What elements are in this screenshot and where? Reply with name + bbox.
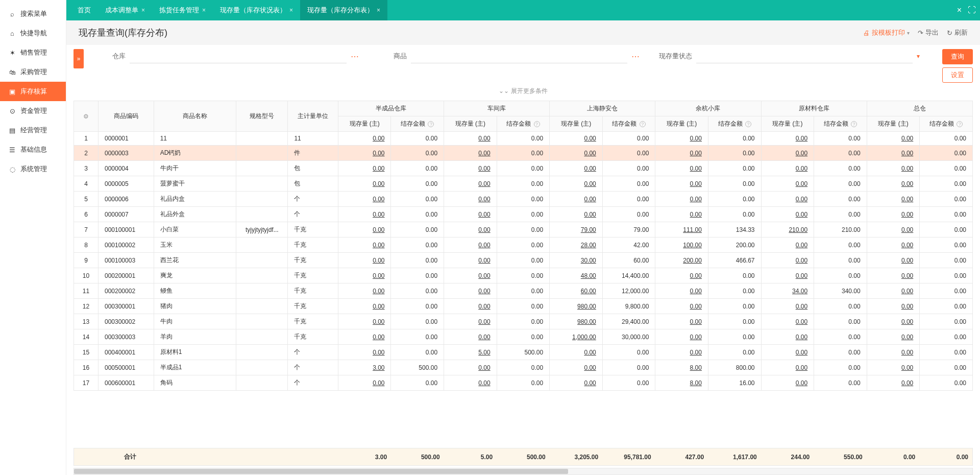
tab[interactable]: 现存量（库存状况表）× [213, 0, 300, 20]
export-button[interactable]: ↷ 导出 [918, 28, 939, 37]
close-icon[interactable]: × [141, 7, 145, 14]
cell-qty[interactable]: 0.00 [338, 268, 391, 283]
table-row[interactable]: 16 000500001 半成品1 个3.00500.000.000.000.0… [74, 360, 973, 375]
help-icon[interactable]: ? [428, 121, 434, 127]
cell-qty[interactable]: 0.00 [338, 299, 391, 314]
cell-qty[interactable]: 3.00 [338, 360, 391, 375]
chevron-down-icon[interactable]: ▾ [917, 53, 920, 60]
cell-qty[interactable]: 0.00 [655, 283, 708, 299]
table-row[interactable]: 3 0000004 牛肉干 包0.000.000.000.000.000.000… [74, 161, 973, 176]
cell-qty[interactable]: 0.00 [444, 253, 497, 268]
cell-qty[interactable]: 8.00 [655, 360, 708, 375]
cell-qty[interactable]: 0.00 [550, 161, 603, 176]
cell-qty[interactable]: 980.00 [550, 299, 603, 314]
cell-qty[interactable]: 111.00 [655, 222, 708, 238]
query-button[interactable]: 查询 [942, 49, 973, 64]
cell-qty[interactable]: 0.00 [444, 329, 497, 345]
cell-qty[interactable]: 0.00 [761, 161, 814, 176]
cell-qty[interactable]: 0.00 [338, 329, 391, 345]
cell-qty[interactable]: 0.00 [761, 238, 814, 253]
cell-qty[interactable]: 0.00 [761, 253, 814, 268]
table-row[interactable]: 10 000200001 爽龙 千克0.000.000.000.0048.001… [74, 268, 973, 283]
cell-qty[interactable]: 0.00 [867, 238, 920, 253]
cell-qty[interactable]: 0.00 [338, 176, 391, 192]
cell-qty[interactable]: 0.00 [338, 161, 391, 176]
cell-qty[interactable]: 0.00 [444, 176, 497, 192]
table-row[interactable]: 9 000100003 西兰花 千克0.000.000.000.0030.006… [74, 253, 973, 268]
cell-qty[interactable]: 980.00 [550, 314, 603, 329]
cell-qty[interactable]: 0.00 [867, 192, 920, 207]
sidebar-item[interactable]: ☰基础信息 [0, 140, 66, 159]
cell-qty[interactable]: 0.00 [655, 329, 708, 345]
warehouse-input[interactable] [130, 49, 347, 63]
cell-qty[interactable]: 0.00 [655, 176, 708, 192]
sidebar-item[interactable]: ▤经营管理 [0, 121, 66, 140]
table-row[interactable]: 11 000200002 鳗鱼 千克0.000.000.000.0060.001… [74, 283, 973, 299]
cell-qty[interactable]: 30.00 [550, 253, 603, 268]
cell-qty[interactable]: 0.00 [444, 314, 497, 329]
cell-qty[interactable]: 1,000.00 [550, 329, 603, 345]
cell-qty[interactable]: 0.00 [338, 222, 391, 238]
cell-qty[interactable]: 0.00 [867, 268, 920, 283]
cell-qty[interactable]: 0.00 [867, 314, 920, 329]
cell-qty[interactable]: 0.00 [444, 268, 497, 283]
sidebar-item[interactable]: ✶销售管理 [0, 43, 66, 62]
cell-qty[interactable]: 100.00 [655, 238, 708, 253]
help-icon[interactable]: ? [534, 121, 540, 127]
cell-qty[interactable]: 0.00 [550, 132, 603, 146]
cell-qty[interactable]: 0.00 [867, 375, 920, 391]
cell-qty[interactable]: 0.00 [444, 360, 497, 375]
cell-qty[interactable]: 200.00 [655, 253, 708, 268]
tab[interactable]: 拣货任务管理× [152, 0, 213, 20]
cell-qty[interactable]: 0.00 [444, 207, 497, 222]
picker-icon[interactable]: ⋯ [351, 52, 358, 61]
settings-button[interactable]: 设置 [942, 67, 973, 83]
cell-qty[interactable]: 0.00 [444, 192, 497, 207]
table-row[interactable]: 15 000400001 原材料1 个0.000.005.00500.000.0… [74, 345, 973, 360]
cell-qty[interactable]: 48.00 [550, 268, 603, 283]
stock-status-input[interactable] [696, 49, 913, 63]
tab[interactable]: 成本调整单× [98, 0, 152, 20]
cell-qty[interactable]: 0.00 [867, 146, 920, 161]
help-icon[interactable]: ? [851, 121, 857, 127]
cell-qty[interactable]: 0.00 [550, 375, 603, 391]
picker-icon[interactable]: ⋯ [631, 52, 639, 61]
fullscreen-icon[interactable]: ⛶ [968, 6, 976, 15]
cell-qty[interactable]: 0.00 [867, 132, 920, 146]
cell-qty[interactable]: 0.00 [444, 283, 497, 299]
table-row[interactable]: 1 0000001 11 110.000.000.000.000.000.000… [74, 132, 973, 146]
cell-qty[interactable]: 0.00 [655, 207, 708, 222]
cell-qty[interactable]: 0.00 [338, 238, 391, 253]
cell-qty[interactable]: 0.00 [867, 161, 920, 176]
horizontal-scrollbar[interactable] [74, 468, 973, 475]
table-row[interactable]: 13 000300002 牛肉 千克0.000.000.000.00980.00… [74, 314, 973, 329]
cell-qty[interactable]: 0.00 [867, 283, 920, 299]
help-icon[interactable]: ? [957, 121, 963, 127]
cell-qty[interactable]: 0.00 [338, 253, 391, 268]
close-icon[interactable]: × [957, 6, 962, 15]
tab[interactable]: 首页 [70, 0, 98, 20]
table-row[interactable]: 17 000600001 角码 个0.000.000.000.000.000.0… [74, 375, 973, 391]
cell-qty[interactable]: 0.00 [444, 238, 497, 253]
sidebar-item[interactable]: ▣库存核算 [0, 82, 66, 101]
cell-qty[interactable]: 0.00 [867, 360, 920, 375]
cell-qty[interactable]: 0.00 [761, 345, 814, 360]
cell-qty[interactable]: 0.00 [550, 192, 603, 207]
cell-qty[interactable]: 28.00 [550, 238, 603, 253]
cell-qty[interactable]: 0.00 [550, 360, 603, 375]
table-row[interactable]: 14 000300003 羊肉 千克0.000.000.000.001,000.… [74, 329, 973, 345]
scrollbar-thumb[interactable] [74, 469, 568, 474]
table-row[interactable]: 5 0000006 礼品内盒 个0.000.000.000.000.000.00… [74, 192, 973, 207]
cell-qty[interactable]: 0.00 [761, 146, 814, 161]
sidebar-item[interactable]: ⌂快捷导航 [0, 23, 66, 43]
cell-qty[interactable]: 0.00 [550, 345, 603, 360]
cell-qty[interactable]: 0.00 [655, 192, 708, 207]
cell-qty[interactable]: 0.00 [867, 253, 920, 268]
cell-qty[interactable]: 0.00 [867, 207, 920, 222]
cell-qty[interactable]: 0.00 [761, 375, 814, 391]
cell-qty[interactable]: 0.00 [867, 176, 920, 192]
cell-qty[interactable]: 210.00 [761, 222, 814, 238]
cell-qty[interactable]: 0.00 [761, 268, 814, 283]
close-icon[interactable]: × [289, 7, 293, 14]
cell-qty[interactable]: 0.00 [338, 283, 391, 299]
